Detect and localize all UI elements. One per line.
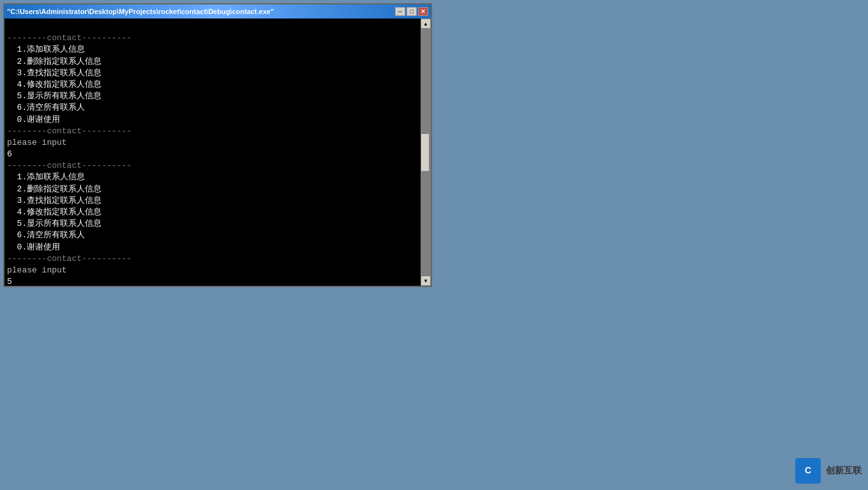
logo-svg: C — [798, 461, 818, 480]
logo-icon: C — [795, 458, 821, 484]
minimize-button[interactable]: ─ — [395, 7, 405, 16]
menu-item-1-6: 6.清空所有联系人 — [7, 103, 85, 112]
window-title: "C:\Users\Administrator\Desktop\MyProjec… — [7, 8, 274, 15]
console-output[interactable]: --------contact---------- 1.添加联系人信息 2.删除… — [4, 19, 421, 286]
separator-3: --------contact---------- — [7, 161, 131, 170]
maximize-button[interactable]: □ — [407, 7, 417, 16]
window-controls: ─ □ ✕ — [395, 7, 428, 16]
input-1: 6 — [7, 149, 12, 159]
console-window: "C:\Users\Administrator\Desktop\MyProjec… — [3, 3, 432, 287]
menu-item-2-1: 1.添加联系人信息 — [7, 172, 85, 182]
separator-2: --------contact---------- — [7, 126, 131, 136]
logo-area: C 创新互联 — [795, 458, 862, 484]
separator-1: --------contact---------- — [7, 33, 131, 43]
desktop: "C:\Users\Administrator\Desktop\MyProjec… — [0, 0, 868, 490]
separator-4: --------contact---------- — [7, 254, 131, 264]
scrollbar[interactable]: ▲ ▼ — [421, 19, 431, 286]
svg-text:C: C — [805, 465, 811, 475]
menu-item-2-2: 2.删除指定联系人信息 — [7, 184, 101, 194]
title-bar: "C:\Users\Administrator\Desktop\MyProjec… — [4, 4, 431, 19]
menu-item-1-4: 4.修改指定联系人信息 — [7, 80, 101, 89]
menu-item-2-4: 4.修改指定联系人信息 — [7, 207, 101, 217]
console-wrapper: --------contact---------- 1.添加联系人信息 2.删除… — [4, 19, 431, 286]
scroll-down-button[interactable]: ▼ — [421, 276, 431, 286]
scroll-thumb[interactable] — [421, 133, 430, 172]
menu-item-2-5: 5.显示所有联系人信息 — [7, 219, 101, 228]
menu-item-1-0: 0.谢谢使用 — [7, 115, 60, 124]
menu-item-2-3: 3.查找指定联系人信息 — [7, 196, 101, 205]
input-2: 5 — [7, 277, 12, 286]
menu-item-1-2: 2.删除指定联系人信息 — [7, 57, 101, 66]
prompt-1: please input — [7, 138, 67, 147]
menu-item-2-6: 6.清空所有联系人 — [7, 230, 85, 240]
close-button[interactable]: ✕ — [418, 7, 428, 16]
menu-item-1-5: 5.显示所有联系人信息 — [7, 91, 101, 101]
menu-item-1-1: 1.添加联系人信息 — [7, 45, 85, 54]
scroll-track[interactable] — [421, 29, 431, 276]
menu-item-1-3: 3.查找指定联系人信息 — [7, 68, 101, 78]
menu-item-2-0: 0.谢谢使用 — [7, 242, 60, 252]
logo-text: 创新互联 — [826, 465, 862, 477]
scroll-up-button[interactable]: ▲ — [421, 19, 431, 29]
prompt-2: please input — [7, 265, 67, 275]
